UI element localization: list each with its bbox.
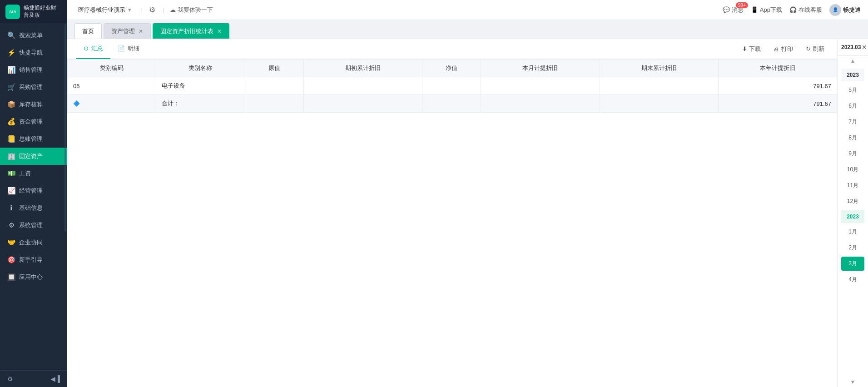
sidebar-item-salary[interactable]: 💵 工资 <box>0 165 67 182</box>
month-8-item[interactable]: 8月 <box>841 131 864 145</box>
date-scroll-down[interactable]: ▼ <box>838 377 868 387</box>
month-4-item[interactable]: 4月 <box>841 273 864 287</box>
message-badge: 99+ <box>736 2 748 8</box>
sidebar-item-enterprise[interactable]: 🤝 企业协同 <box>0 234 67 251</box>
month-1[interactable]: 1月 <box>838 224 868 240</box>
finance-icon: 💰 <box>7 118 15 126</box>
month-2-item[interactable]: 2月 <box>841 241 864 255</box>
topbar-right: 💬 消息 99+ 📱 App下载 🎧 在线客服 👤 畅捷通 <box>723 4 861 16</box>
cell-closing-accum <box>600 77 718 95</box>
download-icon: 📱 <box>751 6 758 13</box>
sidebar-logo: AtA 畅捷通好业财 普及版 <box>0 0 67 24</box>
col-opening-accum: 期初累计折旧 <box>303 60 422 77</box>
settings-footer-icon[interactable]: ⚙ <box>7 375 13 382</box>
sub-tab-summary[interactable]: ⊙ 汇总 <box>76 39 110 59</box>
month-6-item[interactable]: 6月 <box>841 99 864 113</box>
col-name: 类别名称 <box>156 60 245 77</box>
sidebar-item-sales[interactable]: 📊 销售管理 <box>0 61 67 79</box>
sidebar-item-operations[interactable]: 📈 经营管理 <box>0 182 67 199</box>
month-10[interactable]: 10月 <box>838 162 868 178</box>
sidebar-item-quick-nav[interactable]: ⚡ 快捷导航 <box>0 44 67 61</box>
company-name: 医疗器械行业演示 <box>78 6 125 14</box>
close-panel-icon[interactable]: ✕ <box>861 43 868 52</box>
content-inner: ⊙ 汇总 📄 明细 ⬇ 下载 🖨 打印 <box>67 39 837 387</box>
sub-tabs: ⊙ 汇总 📄 明细 ⬇ 下载 🖨 打印 <box>67 39 837 59</box>
sidebar-item-basic-info[interactable]: ℹ 基础信息 <box>0 199 67 217</box>
month-7[interactable]: 7月 <box>838 114 868 130</box>
month-12-item[interactable]: 12月 <box>841 194 864 208</box>
logo-text: 畅捷通好业财 普及版 <box>24 5 56 19</box>
month-4[interactable]: 4月 <box>838 272 868 288</box>
app-center-icon: 🔲 <box>7 273 15 281</box>
month-5[interactable]: 5月 <box>838 82 868 98</box>
date-scroll-up[interactable]: ▲ <box>838 56 868 66</box>
salary-icon: 💵 <box>7 169 15 178</box>
month-9-item[interactable]: 9月 <box>841 147 864 161</box>
month-3-selected[interactable]: 3月 <box>838 256 868 272</box>
sales-icon: 📊 <box>7 66 15 74</box>
tabs-bar: 首页 资产管理 ✕ 固定资产折旧统计表 ✕ <box>67 20 868 39</box>
topbar-settings-icon[interactable]: ⚙ <box>147 4 157 16</box>
sidebar-item-finance[interactable]: 💰 资金管理 <box>0 113 67 130</box>
month-8[interactable]: 8月 <box>838 130 868 146</box>
cloud-icon: ☁ <box>170 6 176 13</box>
sidebar-item-inventory[interactable]: 📦 库存核算 <box>0 96 67 113</box>
cell-opening-accum <box>303 77 422 95</box>
topbar: 医疗器械行业演示 ▾ | ⚙ | ☁ 我要体验一下 💬 消息 99+ 📱 App… <box>67 0 868 20</box>
tab-home[interactable]: 首页 <box>74 23 102 39</box>
sidebar: AtA 畅捷通好业财 普及版 🔍 搜索菜单 ⚡ 快捷导航 📊 销售管理 🛒 采购… <box>0 0 67 387</box>
tab-close-asset-mgmt[interactable]: ✕ <box>139 28 143 35</box>
subtotal-closing-accum <box>600 95 718 113</box>
download-button[interactable]: ⬇ 下载 <box>739 43 764 55</box>
online-service-button[interactable]: 🎧 在线客服 <box>789 6 822 14</box>
sidebar-item-search[interactable]: 🔍 搜索菜单 <box>0 27 67 44</box>
tab-close-depreciation[interactable]: ✕ <box>217 28 222 35</box>
sub-tab-detail[interactable]: 📄 明细 <box>110 39 147 59</box>
message-button[interactable]: 💬 消息 99+ <box>723 6 744 14</box>
month-9[interactable]: 9月 <box>838 146 868 162</box>
topbar-divider: | <box>140 6 142 13</box>
user-profile[interactable]: 👤 畅捷通 <box>829 4 861 16</box>
summary-icon: ⊙ <box>84 45 89 52</box>
date-panel: 2023.03 ✕ ⤢ ▲ 2023 5月 6月 7月 <box>837 39 868 387</box>
sidebar-item-ledger[interactable]: 📒 总账管理 <box>0 130 67 148</box>
sidebar-item-fixed-assets[interactable]: 🏢 固定资产 <box>0 148 67 165</box>
sidebar-item-guide[interactable]: 🎯 新手引导 <box>0 251 67 268</box>
tab-asset-mgmt[interactable]: 资产管理 ✕ <box>104 23 151 39</box>
month-11[interactable]: 11月 <box>838 178 868 194</box>
subtotal-opening-accum <box>303 95 422 113</box>
sidebar-nav: 🔍 搜索菜单 ⚡ 快捷导航 📊 销售管理 🛒 采购管理 📦 库存核算 💰 资金管… <box>0 24 67 370</box>
purchase-icon: 🛒 <box>7 83 15 91</box>
print-button[interactable]: 🖨 打印 <box>770 43 797 55</box>
app-download-button[interactable]: 📱 App下载 <box>751 6 782 14</box>
topbar-divider2: | <box>163 6 164 13</box>
refresh-button[interactable]: ↻ 刷新 <box>802 43 828 55</box>
month-2[interactable]: 2月 <box>838 240 868 256</box>
sidebar-scrollbar[interactable] <box>64 24 66 232</box>
col-code: 类别编码 <box>68 60 156 77</box>
tab-depreciation[interactable]: 固定资产折旧统计表 ✕ <box>153 23 229 39</box>
month-10-item[interactable]: 10月 <box>841 163 864 177</box>
sidebar-item-system[interactable]: ⚙ 系统管理 <box>0 217 67 234</box>
sidebar-item-app-center[interactable]: 🔲 应用中心 <box>0 268 67 286</box>
month-1-item[interactable]: 1月 <box>841 225 864 239</box>
message-icon: 💬 <box>723 6 730 13</box>
enterprise-icon: 🤝 <box>7 238 15 247</box>
logo-icon: AtA <box>5 5 20 19</box>
month-6[interactable]: 6月 <box>838 98 868 114</box>
month-3-item[interactable]: 3月 <box>841 257 864 271</box>
main-area: 医疗器械行业演示 ▾ | ⚙ | ☁ 我要体验一下 💬 消息 99+ 📱 App… <box>67 0 868 387</box>
subtotal-yearly: 791.67 <box>718 95 837 113</box>
month-12[interactable]: 12月 <box>838 194 868 209</box>
month-5-item[interactable]: 5月 <box>841 83 864 97</box>
guide-icon: 🎯 <box>7 256 15 264</box>
experience-button[interactable]: ☁ 我要体验一下 <box>170 6 213 14</box>
sidebar-item-purchase[interactable]: 🛒 采购管理 <box>0 79 67 96</box>
col-original: 原值 <box>245 60 303 77</box>
depreciation-table: 类别编码 类别名称 原值 期初累计折旧 净值 本月计提折旧 期末累计折旧 本年计… <box>67 59 837 113</box>
collapse-icon[interactable]: ◀▐ <box>50 375 60 382</box>
month-11-item[interactable]: 11月 <box>841 179 864 193</box>
month-7-item[interactable]: 7月 <box>841 115 864 129</box>
company-selector[interactable]: 医疗器械行业演示 ▾ <box>74 4 135 16</box>
cell-net <box>422 77 481 95</box>
